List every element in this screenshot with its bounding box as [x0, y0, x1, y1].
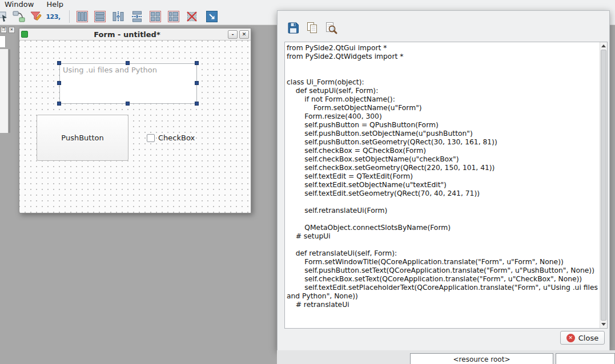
checkbox-widget[interactable]: CheckBox: [145, 126, 203, 149]
widgetbox-filter-fragment[interactable]: [0, 35, 6, 48]
close-circle-icon: ✕: [566, 334, 575, 342]
dock-float-icon[interactable]: ❐: [1, 27, 7, 33]
find-button[interactable]: [323, 20, 339, 36]
selection-handle[interactable]: [57, 61, 61, 65]
form-window-titlebar[interactable]: Form - untitled* - ✕: [19, 29, 251, 41]
close-button-label: Close: [578, 334, 598, 342]
edit-tab-order-icon: 123,: [46, 13, 60, 21]
save-icon: [287, 21, 300, 35]
selection-handle[interactable]: [57, 102, 61, 106]
dock-titlebar-fragment: ❐ ✕: [1, 27, 15, 33]
edit-signals-slots-icon: [12, 10, 26, 23]
scroll-down-icon[interactable]: [600, 321, 607, 328]
selection-handle[interactable]: [126, 102, 130, 106]
lay-out-in-a-form-layout-icon: [167, 10, 180, 23]
selection-handle[interactable]: [126, 61, 130, 65]
edit-buddies-icon: [29, 10, 43, 23]
menu-bar: Window Help: [0, 0, 615, 8]
code-view-frame: from PySide2.QtGui import * from PySide2…: [284, 42, 608, 329]
copy-button[interactable]: [304, 20, 320, 36]
toolbar-separator: [69, 10, 70, 23]
selection-handle[interactable]: [195, 81, 199, 85]
resource-root-item[interactable]: <resource root>: [410, 353, 553, 364]
widgetbox-scrollbar[interactable]: [9, 49, 10, 133]
lay-out-in-a-grid-icon: [148, 10, 162, 23]
textedit-widget[interactable]: Using .ui files and Python: [59, 63, 197, 104]
form-editor-window: Form - untitled* - ✕ Using .ui files and…: [19, 28, 251, 213]
lay-out-in-a-grid-button[interactable]: [148, 9, 163, 24]
lay-out-horizontally-icon: [75, 10, 89, 23]
scroll-up-icon[interactable]: [600, 42, 607, 50]
copy-icon: [306, 21, 319, 35]
edit-tab-order-button[interactable]: 123,: [46, 9, 61, 24]
pushbutton-widget[interactable]: PushButton: [37, 115, 128, 161]
edit-buddies-button[interactable]: [29, 9, 43, 24]
lay-out-vertically-icon: [93, 10, 107, 23]
selection-handle[interactable]: [57, 81, 61, 85]
form-window-title: Form - untitled*: [28, 30, 226, 39]
close-button[interactable]: ✕ Close: [560, 331, 605, 345]
code-view[interactable]: from PySide2.QtGui import * from PySide2…: [285, 42, 600, 328]
pushbutton-label: PushButton: [61, 134, 103, 142]
scrollbar-handle[interactable]: [601, 50, 606, 321]
code-scrollbar[interactable]: [600, 42, 607, 328]
code-preview-dialog: from PySide2.QtGui import * from PySide2…: [277, 10, 610, 351]
lay-out-horizontally-button[interactable]: [75, 9, 90, 24]
widgetbox-panel-fragment: [0, 49, 8, 133]
lay-out-horizontally-in-splitter-icon: [111, 10, 125, 23]
break-layout-icon: [185, 10, 199, 23]
lay-out-in-a-form-layout-button[interactable]: [166, 9, 181, 24]
lay-out-vertically-in-splitter-icon: [130, 10, 144, 23]
save-button[interactable]: [286, 20, 302, 36]
resource-root-label: <resource root>: [453, 355, 511, 363]
form-window-icon: [21, 31, 28, 38]
lay-out-horizontally-in-splitter-button[interactable]: [111, 9, 126, 24]
adjust-size-button[interactable]: [204, 9, 219, 24]
resource-browser-fragment: <resource root>: [277, 350, 615, 364]
selection-handle[interactable]: [195, 61, 199, 65]
lay-out-vertically-button[interactable]: [93, 9, 107, 24]
menu-item-help[interactable]: Help: [36, 0, 63, 8]
break-layout-button[interactable]: [184, 9, 199, 24]
dock-close-icon[interactable]: ✕: [9, 27, 15, 33]
edit-widgets-icon: [0, 10, 10, 23]
lay-out-vertically-in-splitter-button[interactable]: [130, 9, 144, 24]
close-window-button[interactable]: ✕: [239, 30, 249, 39]
checkbox-label: CheckBox: [158, 134, 195, 142]
edit-signals-slots-button[interactable]: [11, 9, 26, 24]
edit-widgets-button[interactable]: [0, 9, 10, 24]
textedit-placeholder: Using .ui files and Python: [63, 66, 157, 74]
adjust-size-icon: [205, 10, 219, 23]
find-icon: [324, 21, 338, 35]
checkbox-indicator[interactable]: [147, 134, 155, 142]
resource-browser-panel[interactable]: [556, 353, 615, 364]
menu-item-window[interactable]: Window: [0, 0, 34, 8]
form-canvas[interactable]: Using .ui files and Python PushButton Ch…: [19, 41, 251, 213]
minimize-button[interactable]: -: [228, 30, 238, 39]
selection-handle[interactable]: [195, 102, 199, 106]
